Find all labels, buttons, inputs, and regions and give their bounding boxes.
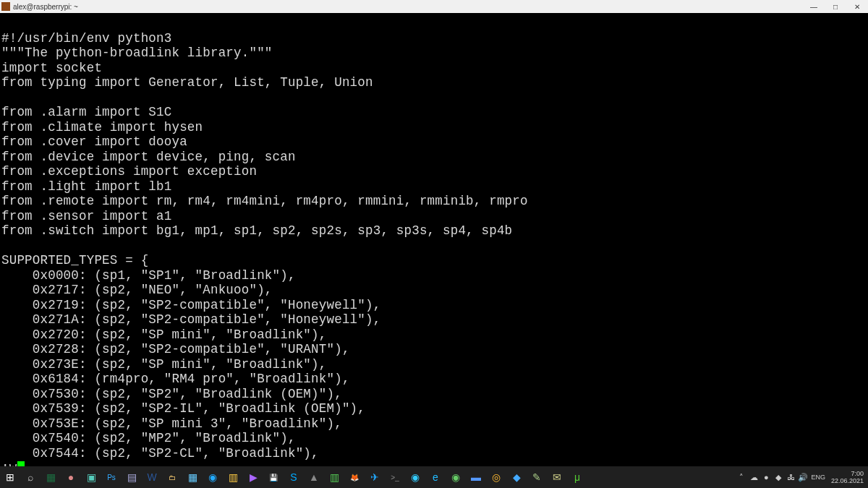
excel-icon[interactable]: ▦ <box>42 468 59 486</box>
taskbar-clock[interactable]: 7:00 22.06.2021 <box>828 470 864 484</box>
clock-time: 7:00 <box>831 470 864 477</box>
app-icon-9[interactable]: ✎ <box>528 468 545 486</box>
browser-icon[interactable]: ◉ <box>204 468 221 486</box>
tray-cloud-icon[interactable]: ☁ <box>749 472 759 482</box>
skype-icon[interactable]: S <box>285 468 302 486</box>
app-icon-5[interactable]: ▥ <box>326 468 343 486</box>
maximize-button[interactable]: □ <box>825 0 846 13</box>
app-icon-8[interactable]: ▬ <box>467 468 485 486</box>
app-icon-3[interactable]: ▦ <box>184 468 201 486</box>
tray-network-icon[interactable]: 🖧 <box>786 472 796 482</box>
tray-app2-icon[interactable]: ◆ <box>773 472 783 482</box>
app-icon-6[interactable]: ◉ <box>407 468 424 486</box>
window-title: alex@raspberrypi: ~ <box>13 3 78 11</box>
app-icon-7[interactable]: ◉ <box>447 468 464 486</box>
tray-app1-icon[interactable]: ● <box>761 472 771 482</box>
close-button[interactable]: ✕ <box>846 0 868 13</box>
app-icon <box>1 2 10 11</box>
window-title-bar: alex@raspberrypi: ~ — □ ✕ <box>0 0 868 13</box>
word-icon[interactable]: W <box>143 468 161 486</box>
utorrent-icon[interactable]: μ <box>569 468 586 486</box>
terminal-viewport[interactable]: #!/usr/bin/env python3 """The python-bro… <box>0 13 868 466</box>
ie-icon[interactable]: e <box>427 468 444 486</box>
app-icon-1[interactable]: ● <box>62 468 80 486</box>
windows-taskbar[interactable]: ⊞⌕▦●▣Ps▤W🗀▦◉▥▶💾S▲▥🦊✈>_◉e◉▬◎◆✎✉μ ˄☁●◆🖧🔊 E… <box>0 466 868 488</box>
chrome-icon[interactable]: ◎ <box>488 468 505 486</box>
app-icon-2[interactable]: ▣ <box>82 468 100 486</box>
save-icon[interactable]: 💾 <box>265 468 282 486</box>
clock-date: 22.06.2021 <box>831 477 864 484</box>
telegram-icon[interactable]: ✈ <box>366 468 383 486</box>
start-button[interactable]: ⊞ <box>1 468 19 486</box>
mail-icon[interactable]: ✉ <box>548 468 566 486</box>
terminal-icon[interactable]: >_ <box>386 468 404 486</box>
code-content: #!/usr/bin/env python3 """The python-bro… <box>1 31 867 461</box>
minimize-button[interactable]: — <box>803 0 825 13</box>
firefox-icon[interactable]: 🦊 <box>346 468 363 486</box>
tray-volume-icon[interactable]: 🔊 <box>798 472 808 482</box>
system-tray[interactable]: ˄☁●◆🖧🔊 ENG 7:00 22.06.2021 <box>736 466 868 488</box>
photoshop-icon[interactable]: Ps <box>103 468 120 486</box>
app-icon-4[interactable]: ▲ <box>305 468 323 486</box>
search-icon[interactable]: ⌕ <box>22 468 39 486</box>
vscode-icon[interactable]: ◆ <box>508 468 525 486</box>
notes-icon[interactable]: ▥ <box>224 468 242 486</box>
explorer-icon[interactable]: 🗀 <box>163 468 181 486</box>
media-icon[interactable]: ▶ <box>244 468 262 486</box>
tray-language[interactable]: ENG <box>811 474 825 481</box>
tray-up-icon[interactable]: ˄ <box>736 472 746 482</box>
notepad-icon[interactable]: ▤ <box>123 468 140 486</box>
